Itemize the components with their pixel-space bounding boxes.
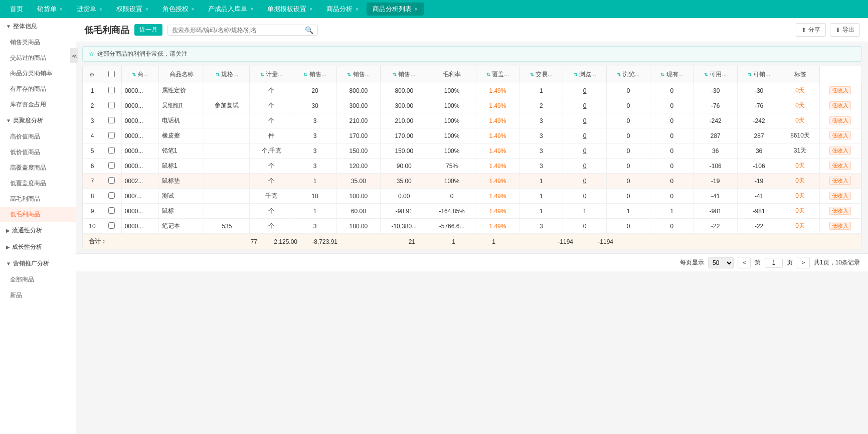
nav-auth-settings[interactable]: 权限设置 × <box>110 3 154 16</box>
row-checkbox[interactable] <box>102 143 121 159</box>
row-select-checkbox[interactable] <box>108 132 115 138</box>
sidebar-item-high-coverage[interactable]: 高覆盖度商品 <box>0 160 76 176</box>
nav-close-analysis-list[interactable]: × <box>415 7 418 12</box>
sidebar-item-low-coverage[interactable]: 低覆盖度商品 <box>0 176 76 191</box>
prev-page-button[interactable]: ＜ <box>738 257 751 268</box>
row-select-checkbox[interactable] <box>108 177 115 184</box>
sidebar-item-high-value[interactable]: 高价值商品 <box>0 129 76 144</box>
sidebar-item-low-value[interactable]: 低价值商品 <box>0 144 76 160</box>
nav-close-sales[interactable]: × <box>60 7 63 12</box>
col-code[interactable]: ⇅ 商... <box>121 66 158 83</box>
row-checkbox[interactable] <box>102 83 121 98</box>
row-tx[interactable]: 0 <box>563 113 607 128</box>
sidebar-item-stock-capital[interactable]: 库存资金占用 <box>0 97 76 112</box>
row-tx[interactable]: 0 <box>563 159 607 174</box>
col-amount[interactable]: ⇅ 销售... <box>337 66 381 83</box>
col-qty[interactable]: ⇅ 销售... <box>293 66 337 83</box>
row-tx[interactable]: 0 <box>563 143 607 159</box>
select-all-checkbox[interactable] <box>108 71 115 77</box>
row-select-checkbox[interactable] <box>108 147 115 154</box>
nav-role-auth[interactable]: 角色授权 × <box>156 3 201 16</box>
nav-close-entry[interactable]: × <box>250 7 253 12</box>
row-select-checkbox[interactable] <box>108 207 115 214</box>
sidebar-group-marketing[interactable]: ▼ 营销推广分析 <box>0 255 76 272</box>
sidebar-group-overall[interactable]: ▼ 整体信息 <box>0 18 76 35</box>
search-icon[interactable]: 🔍 <box>305 26 313 34</box>
col-sales[interactable]: ⇅ 销售... <box>380 66 428 83</box>
nav-template-settings[interactable]: 单据模板设置 × <box>261 3 318 16</box>
col-unit[interactable]: ⇅ 计量... <box>250 66 293 83</box>
pagination-bar: 每页显示 50 100 ＜ 第 页 ＞ 共1页，10条记录 <box>76 253 868 271</box>
nav-product-analysis[interactable]: 商品分析 × <box>320 3 365 16</box>
row-select-checkbox[interactable] <box>108 162 115 169</box>
row-sales: 0.00 <box>380 189 428 204</box>
row-select-checkbox[interactable] <box>108 117 115 123</box>
row-tx[interactable]: 0 <box>563 128 607 143</box>
row-checkbox[interactable] <box>102 128 121 143</box>
col-stock[interactable]: ⇅ 现有... <box>650 66 693 83</box>
sidebar: ▼ 整体信息 销售类商品 交易过的商品 商品分类助销率 有库存的商品 库存资金占… <box>0 18 76 434</box>
row-checkbox[interactable] <box>102 113 121 128</box>
sidebar-item-category-rate[interactable]: 商品分类助销率 <box>0 66 76 81</box>
nav-close-role[interactable]: × <box>192 7 195 12</box>
col-tx[interactable]: ⇅ 交易... <box>519 66 563 83</box>
col-coverage[interactable]: ⇅ 覆盖... <box>476 66 519 83</box>
row-no: 7 <box>83 174 102 189</box>
page-number-input[interactable] <box>765 258 783 268</box>
nav-close-template[interactable]: × <box>309 7 312 12</box>
col-checkbox[interactable] <box>102 66 121 83</box>
sidebar-group-flow[interactable]: ▶ 流通性分析 <box>0 222 76 239</box>
nav-sales-order[interactable]: 销货单 × <box>31 3 69 16</box>
row-select-checkbox[interactable] <box>108 222 115 229</box>
sidebar-item-new-products[interactable]: 新品 <box>0 287 76 303</box>
sidebar-item-all-products[interactable]: 全部商品 <box>0 272 76 287</box>
nav-close-analysis[interactable]: × <box>356 7 359 12</box>
col-spec[interactable]: ⇅ 规格... <box>204 66 250 83</box>
row-checkbox[interactable] <box>102 174 121 189</box>
sidebar-collapse-button[interactable]: ≪ <box>70 48 78 63</box>
row-tx[interactable]: 1 <box>563 204 607 219</box>
export-button[interactable]: ⬇ 导出 <box>830 23 860 37</box>
share-button[interactable]: ⬆ 分享 <box>796 23 826 37</box>
sidebar-item-traded-products[interactable]: 交易过的商品 <box>0 50 76 66</box>
row-select-checkbox[interactable] <box>108 102 115 108</box>
col-browse1[interactable]: ⇅ 浏览... <box>563 66 607 83</box>
row-select-checkbox[interactable] <box>108 87 115 93</box>
row-code: 0000... <box>121 219 158 234</box>
sidebar-item-stocked-products[interactable]: 有库存的商品 <box>0 81 76 97</box>
nav-product-analysis-list[interactable]: 商品分析列表 × <box>367 3 424 16</box>
col-settings[interactable]: ⚙ <box>83 66 102 83</box>
header-actions: ⬆ 分享 ⬇ 导出 <box>796 23 860 37</box>
row-tx[interactable]: 0 <box>563 174 607 189</box>
row-checkbox[interactable] <box>102 189 121 204</box>
sidebar-group-cluster[interactable]: ▼ 类聚度分析 <box>0 112 76 129</box>
time-filter-button[interactable]: 近一月 <box>134 24 162 36</box>
row-checkbox[interactable] <box>102 98 121 113</box>
sidebar-group-growth[interactable]: ▶ 成长性分析 <box>0 239 76 255</box>
row-saleable: 0天 <box>781 159 819 174</box>
nav-home[interactable]: 首页 <box>4 3 29 16</box>
page-size-select[interactable]: 50 100 <box>708 257 734 268</box>
row-checkbox[interactable] <box>102 159 121 174</box>
row-sales: 170.00 <box>380 128 428 143</box>
next-page-button[interactable]: ＞ <box>797 257 810 268</box>
search-input[interactable] <box>172 27 305 34</box>
row-tx[interactable]: 0 <box>563 219 607 234</box>
row-select-checkbox[interactable] <box>108 192 115 199</box>
row-tx[interactable]: 0 <box>563 189 607 204</box>
row-tx[interactable]: 0 <box>563 98 607 113</box>
col-saleable[interactable]: ⇅ 可销... <box>737 66 781 83</box>
col-available[interactable]: ⇅ 可用... <box>693 66 737 83</box>
nav-close-purchase[interactable]: × <box>99 7 102 12</box>
row-checkbox[interactable] <box>102 219 121 234</box>
sidebar-item-low-margin[interactable]: 低毛利商品 <box>0 207 76 222</box>
sidebar-item-sales-products[interactable]: 销售类商品 <box>0 35 76 50</box>
row-tx[interactable]: 0 <box>563 83 607 98</box>
nav-purchase-order[interactable]: 进货单 × <box>71 3 108 16</box>
sidebar-item-high-margin[interactable]: 高毛利商品 <box>0 191 76 207</box>
col-browse2[interactable]: ⇅ 浏览... <box>607 66 650 83</box>
row-browse2: 1 <box>650 204 693 219</box>
nav-close-auth[interactable]: × <box>145 7 148 12</box>
row-checkbox[interactable] <box>102 204 121 219</box>
nav-product-entry[interactable]: 产成品入库单 × <box>202 3 259 16</box>
